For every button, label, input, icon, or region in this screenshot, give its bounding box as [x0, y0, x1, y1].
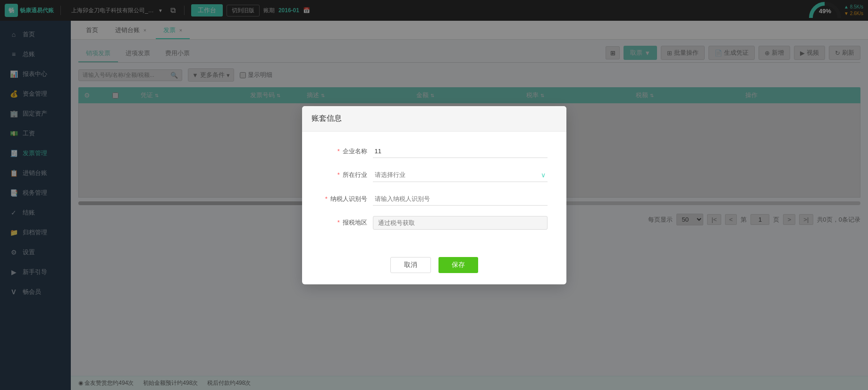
industry-label: * 所在行业 — [321, 171, 373, 179]
save-button[interactable]: 保存 — [438, 257, 478, 273]
modal-title: 账套信息 — [312, 114, 342, 122]
tax-id-row: * 纳税人识别号 — [321, 192, 548, 206]
industry-input[interactable] — [375, 171, 541, 178]
tax-region-input — [373, 216, 548, 230]
tax-id-label: * 纳税人识别号 — [321, 195, 373, 203]
required-star3: * — [325, 195, 328, 202]
account-info-modal: 账套信息 * 企业名称 * 所在行业 ∨ — [302, 106, 566, 284]
industry-row: * 所在行业 ∨ — [321, 168, 548, 182]
industry-select-wrap[interactable]: ∨ — [373, 168, 548, 182]
tax-id-input[interactable] — [373, 192, 548, 206]
modal-header: 账套信息 — [302, 106, 566, 132]
required-star2: * — [337, 171, 340, 178]
required-star1: * — [337, 148, 340, 155]
required-star4: * — [337, 219, 340, 226]
modal-footer: 取消 保存 — [302, 249, 566, 284]
industry-chevron-icon[interactable]: ∨ — [541, 171, 546, 179]
tax-region-label: * 报税地区 — [321, 218, 373, 227]
modal-overlay: 账套信息 * 企业名称 * 所在行业 ∨ — [0, 0, 868, 390]
company-name-row: * 企业名称 — [321, 145, 548, 158]
tax-region-row: * 报税地区 — [321, 216, 548, 230]
company-name-input[interactable] — [373, 145, 548, 158]
cancel-button[interactable]: 取消 — [390, 257, 431, 273]
modal-body: * 企业名称 * 所在行业 ∨ * 纳税人识 — [302, 132, 566, 249]
company-name-label: * 企业名称 — [321, 147, 373, 156]
